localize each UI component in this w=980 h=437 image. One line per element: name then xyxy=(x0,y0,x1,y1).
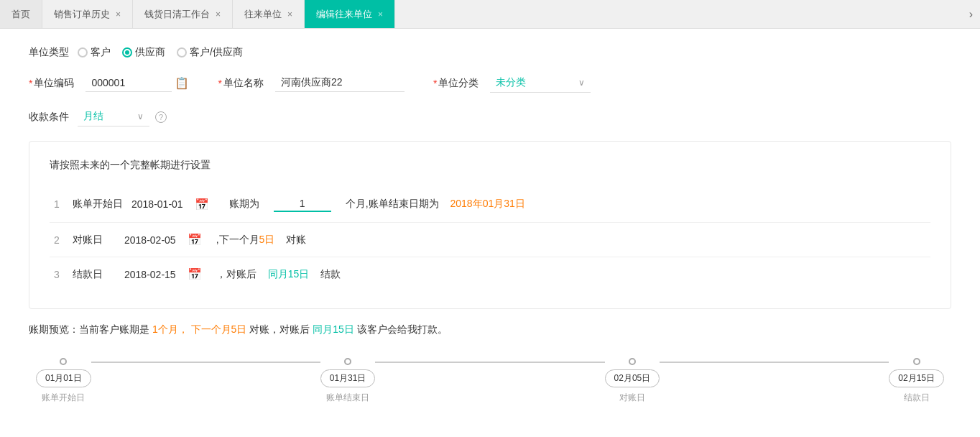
period-row-2: 2 对账日 2018-02-05 📅 ,下一个月5日 对账 xyxy=(50,223,930,257)
payment-terms-label: 收款条件 xyxy=(29,111,69,124)
radio-both-label: 客户/供应商 xyxy=(190,46,243,59)
period-num-2: 2 xyxy=(50,234,64,246)
preview-section: 账期预览：当前客户账期是 1个月， 下一个月5日 对账，对账后 同月15日 该客… xyxy=(29,309,951,404)
period-row3-highlight: 同月15日 xyxy=(268,268,310,281)
timeline-dot-4 xyxy=(913,358,920,365)
period-row2-highlight: 5日 xyxy=(259,234,275,245)
preview-part2: 下一个月5日 xyxy=(191,323,247,335)
period-value-input[interactable] xyxy=(274,196,331,212)
timeline-label-2: 账单结束日 xyxy=(326,392,369,404)
period-date-1: 2018-01-01 xyxy=(131,198,183,210)
period-row-1: 1 账单开始日 2018-01-01 📅 账期为 个月,账单结束日期为 2018… xyxy=(50,186,930,223)
radio-both-circle xyxy=(177,47,187,58)
unit-type-row: 单位类型 客户 供应商 客户/供应商 xyxy=(29,46,951,59)
period-cal-2[interactable]: 📅 xyxy=(188,233,202,247)
timeline-label-4: 结款日 xyxy=(904,392,930,404)
payment-terms-help-icon[interactable]: ? xyxy=(155,111,167,123)
preview-suffix: 该客户会给我打款。 xyxy=(357,323,448,335)
timeline-node-4: 02月15日 结款日 xyxy=(889,354,944,404)
radio-customer-circle xyxy=(78,47,88,58)
unit-category-group: * 单位分类 未分类 ∨ xyxy=(433,73,591,93)
radio-supplier-label: 供应商 xyxy=(135,46,165,59)
timeline-pill-2: 01月31日 xyxy=(320,369,376,387)
preview-middle: 对账，对账后 xyxy=(249,323,310,335)
unit-code-calendar-icon[interactable]: 📋 xyxy=(175,76,189,90)
preview-text: 账期预览：当前客户账期是 1个月， 下一个月5日 对账，对账后 同月15日 该客… xyxy=(29,323,951,336)
tab-edit-counterparty[interactable]: 编辑往来单位 × xyxy=(305,0,395,28)
unit-code-group: * 单位编码 📋 xyxy=(29,74,189,92)
timeline: 01月01日 账单开始日 01月31日 账单结束日 02月05日 对账日 xyxy=(29,354,951,404)
unit-name-input[interactable] xyxy=(275,74,405,92)
unit-category-chevron-icon: ∨ xyxy=(578,78,585,88)
period-cal-1[interactable]: 📅 xyxy=(195,198,209,211)
tab-counterparty-label: 往来单位 xyxy=(244,8,282,21)
timeline-dot-1 xyxy=(60,358,67,365)
unit-code-required: * xyxy=(29,78,32,89)
tab-sales-history-close[interactable]: × xyxy=(116,9,121,19)
radio-both[interactable]: 客户/供应商 xyxy=(177,46,243,59)
timeline-line-1 xyxy=(91,362,320,363)
unit-name-group: * 单位名称 xyxy=(218,74,404,92)
period-cal-3[interactable]: 📅 xyxy=(188,267,202,281)
tab-bar: 首页 销售订单历史 × 钱货日清工作台 × 往来单位 × 编辑往来单位 × › xyxy=(0,0,980,29)
period-row2-post: 对账 xyxy=(286,234,306,247)
tab-home-label: 首页 xyxy=(11,8,30,21)
main-content: 单位类型 客户 供应商 客户/供应商 * 单位编码 📋 xyxy=(0,29,980,437)
period-end-date: 2018年01月31日 xyxy=(450,198,525,211)
unit-category-value: 未分类 xyxy=(496,76,578,89)
period-row2-pre: ,下一个月5日 xyxy=(216,234,275,247)
period-label-1: 账单开始日 xyxy=(73,198,123,211)
period-label-2: 对账日 xyxy=(73,234,116,247)
timeline-node-1: 01月01日 账单开始日 xyxy=(36,354,91,404)
preview-part1: 1个月， xyxy=(152,323,188,335)
unit-name-required: * xyxy=(218,78,221,89)
period-num-3: 3 xyxy=(50,269,64,280)
payment-terms-select[interactable]: 月结 ∨ xyxy=(78,107,149,126)
timeline-label-3: 对账日 xyxy=(619,392,645,404)
payment-terms-chevron-icon: ∨ xyxy=(137,111,144,121)
timeline-pill-4: 02月15日 xyxy=(889,369,944,387)
period-unit: 个月,账单结束日期为 xyxy=(346,198,439,211)
period-row3-pre: ，对账后 xyxy=(216,268,256,281)
timeline-line-3 xyxy=(660,362,889,363)
timeline-dot-2 xyxy=(344,358,351,365)
unit-fields-row: * 单位编码 📋 * 单位名称 * 单位分类 未分类 ∨ xyxy=(29,73,951,93)
tab-counterparty[interactable]: 往来单位 × xyxy=(233,0,305,28)
period-date-2: 2018-02-05 xyxy=(124,234,176,246)
radio-supplier[interactable]: 供应商 xyxy=(122,46,165,59)
tab-edit-counterparty-label: 编辑往来单位 xyxy=(316,8,372,21)
tab-cashflow-close[interactable]: × xyxy=(216,9,221,19)
unit-name-label: 单位名称 xyxy=(223,77,264,90)
tab-cashflow-label: 钱货日清工作台 xyxy=(144,8,210,21)
radio-supplier-dot xyxy=(125,50,129,55)
period-row3-post: 结款 xyxy=(320,268,341,281)
payment-terms-row: 收款条件 月结 ∨ ? xyxy=(29,107,951,126)
period-period-label: 账期为 xyxy=(229,198,259,211)
timeline-label-1: 账单开始日 xyxy=(42,392,85,404)
period-num-1: 1 xyxy=(50,198,64,210)
tab-counterparty-close[interactable]: × xyxy=(287,9,292,19)
payment-terms-value: 月结 xyxy=(83,110,137,123)
timeline-dot-3 xyxy=(629,358,636,365)
unit-category-select[interactable]: 未分类 ∨ xyxy=(490,73,591,93)
unit-code-label: 单位编码 xyxy=(34,77,74,90)
period-date-3: 2018-02-15 xyxy=(124,269,176,280)
timeline-line-2 xyxy=(375,362,604,363)
unit-category-required: * xyxy=(433,78,437,89)
period-settings-box: 请按照未来的一个完整帐期进行设置 1 账单开始日 2018-01-01 📅 账期… xyxy=(29,141,951,309)
tab-sales-history[interactable]: 销售订单历史 × xyxy=(42,0,133,28)
tab-edit-counterparty-close[interactable]: × xyxy=(378,9,383,19)
tab-cashflow[interactable]: 钱货日清工作台 × xyxy=(133,0,233,28)
tab-more-button[interactable]: › xyxy=(962,0,980,28)
radio-customer[interactable]: 客户 xyxy=(78,46,111,59)
radio-customer-label: 客户 xyxy=(91,46,111,59)
period-row-3: 3 结款日 2018-02-15 📅 ，对账后 同月15日 结款 xyxy=(50,257,930,291)
preview-part3: 同月15日 xyxy=(313,323,354,335)
period-title: 请按照未来的一个完整帐期进行设置 xyxy=(50,159,930,172)
unit-type-label: 单位类型 xyxy=(29,46,69,59)
tab-home[interactable]: 首页 xyxy=(0,0,42,28)
preview-prefix: 账期预览：当前客户账期是 xyxy=(29,323,149,335)
timeline-node-2: 01月31日 账单结束日 xyxy=(320,354,376,404)
unit-code-input[interactable] xyxy=(85,74,172,92)
timeline-pill-1: 01月01日 xyxy=(36,369,91,387)
